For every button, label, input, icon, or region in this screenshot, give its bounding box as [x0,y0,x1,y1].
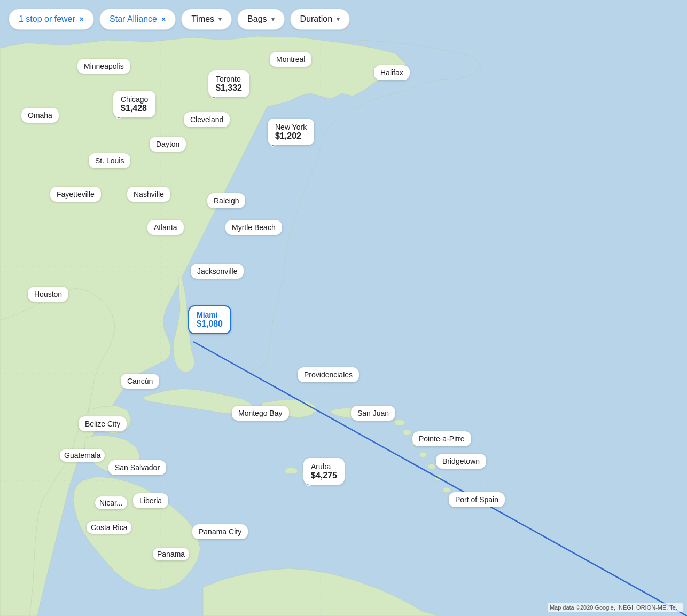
city-name: Aruba [311,462,337,471]
city-label-raleigh[interactable]: Raleigh [207,193,245,208]
city-label-halifax[interactable]: Halifax [374,65,410,80]
bags-chevron-icon: ▾ [271,15,275,23]
city-name: Pointe-a-Pitre [419,435,465,443]
city-label-myrtle_beach[interactable]: Myrtle Beach [225,220,282,235]
svg-point-5 [434,475,442,480]
city-label-costa_rica[interactable]: Costa Rica [87,521,131,534]
duration-chevron-icon: ▾ [337,15,340,23]
city-label-new_york[interactable]: New York$1,202 [268,119,314,145]
city-name: Cleveland [190,115,223,124]
svg-point-8 [285,468,298,474]
map-attribution: Map data ©2020 Google, INEGI, ORION-ME, … [548,603,683,612]
city-name: Nicar... [99,499,123,507]
city-name: Chicago [121,95,148,104]
city-name: Nashville [134,190,164,199]
city-label-san_salvador[interactable]: San Salvador [108,460,166,475]
city-name: Montreal [276,55,305,64]
city-label-toronto[interactable]: Toronto$1,332 [208,70,249,97]
city-price: $4,275 [311,471,337,480]
times-chevron-icon: ▾ [218,15,222,23]
duration-filter-dropdown[interactable]: Duration ▾ [290,9,350,30]
city-price: $1,080 [197,319,223,329]
svg-point-1 [403,430,411,435]
city-name: Panama City [199,527,241,536]
city-name: Dayton [156,140,179,148]
city-label-fayetteville[interactable]: Fayetteville [50,187,101,202]
city-label-belize_city[interactable]: Belize City [79,416,127,431]
alliance-filter-chip[interactable]: Star Alliance × [99,9,176,30]
alliance-filter-label: Star Alliance [110,14,157,24]
city-label-montego_bay[interactable]: Montego Bay [232,406,289,421]
city-label-san_juan[interactable]: San Juan [351,406,395,421]
city-name: Halifax [380,68,403,77]
alliance-filter-close[interactable]: × [161,15,166,23]
city-label-minneapolis[interactable]: Minneapolis [77,59,130,74]
filter-bar: 1 stop or fewer × Star Alliance × Times … [9,9,350,30]
city-name: St. Louis [95,156,124,165]
city-label-nashville[interactable]: Nashville [127,187,170,202]
city-label-panama_city[interactable]: Panama City [192,524,248,539]
bags-filter-label: Bags [247,14,267,24]
city-label-cleveland[interactable]: Cleveland [184,112,230,127]
city-name: Raleigh [214,196,239,205]
city-price: $1,332 [216,83,242,93]
city-label-houston[interactable]: Houston [28,287,68,302]
city-label-omaha[interactable]: Omaha [21,108,59,123]
city-label-providenciales[interactable]: Providenciales [298,367,359,382]
city-name: Panama [157,550,185,558]
svg-point-4 [428,464,435,469]
city-name: Liberia [139,496,162,505]
city-label-aruba[interactable]: Aruba$4,275 [303,458,345,485]
svg-point-6 [443,487,450,493]
city-name: Guatemala [64,451,100,460]
city-name: Belize City [85,420,120,428]
city-name: New York [275,123,307,131]
city-name: Cancún [127,377,153,385]
city-label-liberia[interactable]: Liberia [133,493,168,508]
city-name: Myrtle Beach [232,223,276,232]
city-name: Minneapolis [84,62,124,70]
city-name: Houston [34,290,62,298]
city-price: $1,202 [275,131,307,141]
city-name: Montego Bay [238,409,283,417]
bags-filter-dropdown[interactable]: Bags ▾ [237,9,284,30]
city-label-chicago[interactable]: Chicago$1,428 [113,91,155,117]
city-price: $1,428 [121,104,148,113]
city-name: Fayetteville [57,190,95,199]
stop-filter-chip[interactable]: 1 stop or fewer × [9,9,94,30]
city-name: Toronto [216,75,242,83]
city-name: Omaha [28,111,52,120]
city-label-guatemala[interactable]: Guatemala [60,449,105,462]
times-filter-label: Times [191,14,214,24]
city-label-pointe_a_pitre[interactable]: Pointe-a-Pitre [412,431,471,446]
stop-filter-close[interactable]: × [80,15,84,23]
city-label-st_louis[interactable]: St. Louis [89,153,130,168]
svg-point-3 [419,452,427,457]
city-name: Atlanta [154,223,177,232]
city-name: Bridgetown [442,457,480,465]
city-label-atlanta[interactable]: Atlanta [147,220,184,235]
duration-filter-label: Duration [300,14,332,24]
city-label-montreal[interactable]: Montreal [270,52,311,67]
city-label-jacksonville[interactable]: Jacksonville [191,264,244,279]
city-label-miami[interactable]: Miami$1,080 [188,305,231,334]
city-name: Miami [197,311,223,319]
city-name: Port of Spain [455,495,498,504]
city-name: San Juan [357,409,389,417]
city-label-panama[interactable]: Panama [153,548,189,560]
svg-point-0 [394,420,405,426]
city-name: Costa Rica [91,523,127,532]
stop-filter-label: 1 stop or fewer [19,14,75,24]
city-label-cancun[interactable]: Cancún [121,374,159,389]
city-label-nicar[interactable]: Nicar... [95,496,127,509]
city-label-dayton[interactable]: Dayton [150,137,186,152]
city-label-bridgetown[interactable]: Bridgetown [436,454,486,469]
city-name: Jacksonville [197,267,237,275]
city-name: San Salvador [115,463,160,472]
city-label-port_of_spain[interactable]: Port of Spain [449,492,505,507]
times-filter-dropdown[interactable]: Times ▾ [181,9,232,30]
city-name: Providenciales [304,370,353,379]
